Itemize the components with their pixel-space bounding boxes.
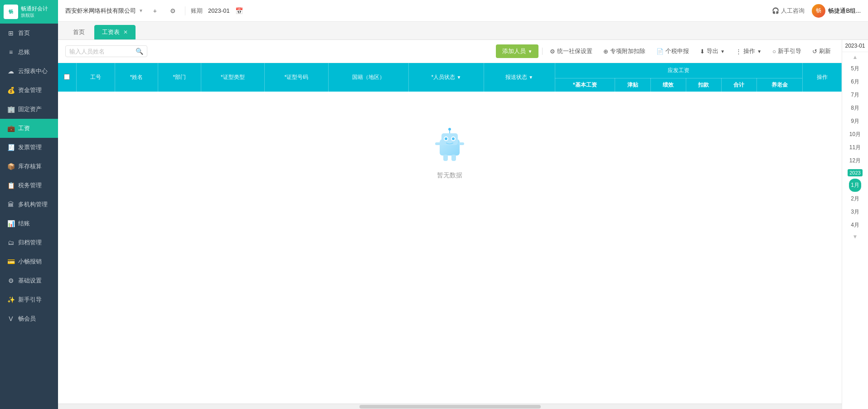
- settings-icon: ⚙: [7, 277, 15, 284]
- empty-state-cell: 暂无数据: [58, 92, 842, 216]
- horizontal-scrollbar[interactable]: [359, 405, 541, 409]
- user-menu[interactable]: 畅 畅捷通B组...: [812, 4, 861, 18]
- expense-icon: 💳: [7, 258, 15, 265]
- col-name-header: *姓名: [115, 63, 158, 92]
- payroll-main: 🔍 添加人员 ▼ ⚙ 统一社保设置 ⊕ 专项附加扣除: [58, 40, 842, 409]
- month-scroll-down-button[interactable]: ▼: [842, 232, 868, 242]
- sidebar-item-guide[interactable]: ✨新手引导: [0, 290, 58, 309]
- operation-chevron-icon: ▼: [757, 49, 761, 54]
- col-total-header: 合计: [721, 78, 756, 92]
- col-id-header: 工号: [76, 63, 115, 92]
- sidebar-item-payroll[interactable]: 💼工资: [0, 119, 58, 138]
- sidebar-item-settings[interactable]: ⚙基础设置: [0, 271, 58, 290]
- month-item[interactable]: 12月: [848, 154, 863, 167]
- svg-rect-8: [435, 142, 441, 145]
- social-security-button[interactable]: ⚙ 统一社保设置: [546, 45, 596, 57]
- svg-point-5: [452, 137, 455, 140]
- tab-payroll[interactable]: 工资表 ✕: [94, 25, 136, 39]
- settings-icon[interactable]: ⚙: [167, 5, 179, 17]
- headset-icon: 🎧: [772, 7, 779, 14]
- month-panel: 2023-01 ▲ 5月6月7月8月9月10月11月12月 2023 1月2月3…: [842, 40, 868, 409]
- guide-icon: ○: [772, 48, 776, 55]
- add-person-button[interactable]: 添加人员 ▼: [496, 44, 538, 58]
- calendar-icon[interactable]: 📅: [235, 7, 243, 15]
- cloud-report-icon: ☁: [7, 68, 15, 75]
- sidebar-item-label: 发票管理: [18, 143, 42, 151]
- sidebar-item-label: 工资: [18, 124, 30, 132]
- search-wrap: 🔍: [65, 45, 147, 57]
- month-scroll-up-button[interactable]: ▲: [842, 52, 868, 62]
- company-chevron-icon: ▼: [139, 8, 143, 13]
- topbar-right: 🎧 人工咨询 畅 畅捷通B组...: [772, 4, 861, 18]
- month-item[interactable]: 10月: [848, 128, 863, 141]
- company-name: 西安虾米网络科技有限公司: [65, 7, 136, 15]
- col-allowance-header: 津贴: [615, 78, 650, 92]
- add-company-button[interactable]: +: [149, 5, 161, 17]
- personal-tax-button[interactable]: 📄 个税申报: [653, 45, 693, 57]
- col-action-header: 操作: [803, 63, 842, 92]
- ledger-icon: ≡: [7, 49, 15, 56]
- month-item[interactable]: 4月: [846, 219, 864, 232]
- sidebar-item-home[interactable]: ⊞首页: [0, 24, 58, 43]
- sidebar-item-tax[interactable]: 📋税务管理: [0, 176, 58, 195]
- sidebar-item-fixed-assets[interactable]: 🏢固定资产: [0, 100, 58, 119]
- sidebar-item-label: 总账: [18, 48, 30, 56]
- sidebar-item-archive[interactable]: 🗂归档管理: [0, 233, 58, 252]
- month-item[interactable]: 5月: [848, 62, 863, 75]
- refresh-button[interactable]: ↺ 刷新: [809, 45, 834, 57]
- sidebar-item-label: 云报表中心: [18, 67, 48, 75]
- sidebar-item-fund[interactable]: 💰资金管理: [0, 81, 58, 100]
- col-status-header: *人员状态 ▼: [408, 63, 484, 92]
- sidebar-item-cloud-report[interactable]: ☁云报表中心: [0, 62, 58, 81]
- payroll-toolbar: 🔍 添加人员 ▼ ⚙ 统一社保设置 ⊕ 专项附加扣除: [58, 40, 842, 63]
- add-person-label: 添加人员: [502, 47, 526, 55]
- sidebar-item-member[interactable]: V畅会员: [0, 309, 58, 328]
- tab-close-icon[interactable]: ✕: [123, 29, 128, 35]
- multi-org-icon: 🏛: [7, 201, 15, 208]
- search-input[interactable]: [69, 48, 133, 55]
- company-selector[interactable]: 西安虾米网络科技有限公司 ▼: [65, 7, 143, 15]
- sidebar-item-invoice[interactable]: 🧾发票管理: [0, 138, 58, 157]
- select-all-checkbox[interactable]: [64, 74, 70, 80]
- archive-icon: 🗂: [7, 239, 15, 246]
- tab-payroll-label: 工资表: [102, 28, 120, 36]
- refresh-icon: ↺: [812, 48, 817, 55]
- sidebar-item-inventory[interactable]: 📦库存核算: [0, 157, 58, 176]
- service-button[interactable]: 🎧 人工咨询: [772, 7, 805, 15]
- month-item[interactable]: 2月: [846, 192, 864, 205]
- month-item[interactable]: 11月: [848, 141, 863, 154]
- month-item[interactable]: 1月: [849, 179, 861, 192]
- sidebar-item-label: 小畅报销: [18, 258, 42, 266]
- settle-icon: 📊: [7, 220, 15, 227]
- month-item[interactable]: 3月: [846, 205, 864, 219]
- tab-home[interactable]: 首页: [65, 25, 92, 39]
- svg-rect-11: [451, 155, 456, 161]
- month-item[interactable]: 7月: [848, 88, 863, 102]
- special-deduction-button[interactable]: ⊕ 专项附加扣除: [600, 45, 649, 57]
- col-report-status-header: 报送状态 ▼: [484, 63, 555, 92]
- content-area: 🔍 添加人员 ▼ ⚙ 统一社保设置 ⊕ 专项附加扣除: [58, 40, 868, 409]
- col-checkbox-header: [58, 63, 76, 92]
- col-performance-header: 绩效: [650, 78, 686, 92]
- month-item[interactable]: 8月: [848, 102, 863, 115]
- sidebar-item-label: 多机构管理: [18, 200, 48, 209]
- sidebar-item-ledger[interactable]: ≡总账: [0, 43, 58, 62]
- month-item[interactable]: 9月: [848, 115, 863, 128]
- period-value: 2023-01: [208, 7, 230, 14]
- social-security-icon: ⚙: [550, 48, 555, 55]
- svg-rect-10: [443, 155, 448, 161]
- logo-icon: 畅: [4, 5, 18, 19]
- sidebar-item-label: 基础设置: [18, 277, 42, 285]
- export-button[interactable]: ⬇ 导出 ▼: [696, 45, 728, 57]
- col-dept-header: *部门: [158, 63, 201, 92]
- sidebar-item-settle[interactable]: 📊结账: [0, 214, 58, 233]
- month-item[interactable]: 6月: [848, 75, 863, 88]
- operation-button[interactable]: ⋮ 操作 ▼: [732, 45, 765, 57]
- sidebar-item-label: 库存核算: [18, 162, 42, 170]
- sidebar-item-label: 新手引导: [18, 296, 42, 304]
- sidebar-item-multi-org[interactable]: 🏛多机构管理: [0, 195, 58, 214]
- guide-button[interactable]: ○ 新手引导: [769, 45, 805, 57]
- sidebar-item-expense[interactable]: 💳小畅报销: [0, 252, 58, 271]
- payroll-table-wrap: 工号 *姓名 *部门 *证型类型 *证型号码 国籍（地区） *人员状态 ▼ 报送…: [58, 63, 842, 404]
- tabbar: 首页 工资表 ✕: [58, 22, 868, 40]
